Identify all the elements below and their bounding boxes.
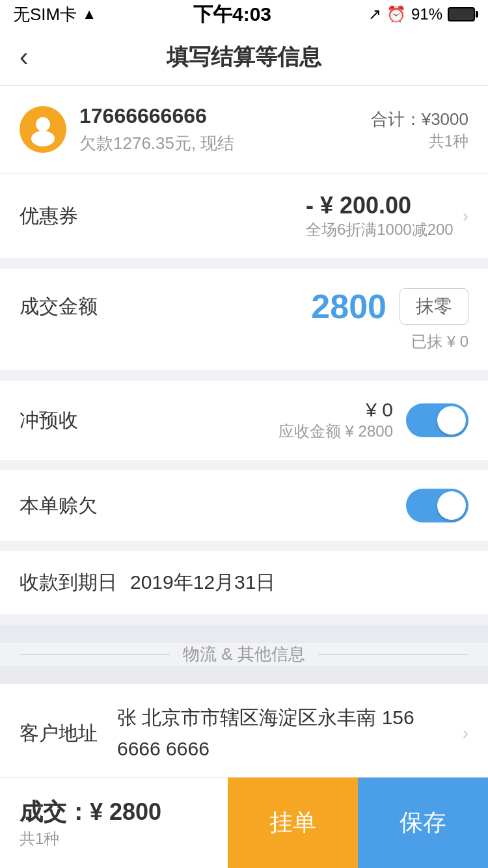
bottom-bar: 成交：¥ 2800 共1种 挂单 保存: [0, 777, 488, 868]
debt-label: 本单赊欠: [20, 493, 98, 519]
total-label: 合计：¥3000: [371, 108, 468, 131]
coupon-right: - ¥ 200.00 全场6折满1000减200 ›: [306, 192, 468, 240]
amount-value: 2800: [311, 287, 386, 326]
status-right: ↗ ⏰ 91%: [368, 5, 475, 23]
divider-line-right: [318, 654, 468, 655]
coupon-discount: - ¥ 200.00: [306, 192, 456, 219]
customer-info: 17666666666 欠款1276.35元, 现结: [79, 104, 234, 155]
duedate-value: 2019年12月31日: [130, 569, 275, 596]
amount-sub: 已抹 ¥ 0: [20, 331, 468, 352]
prereceive-right: ¥ 0 应收金额 ¥ 2800: [278, 399, 468, 442]
prereceive-section: 冲预收 ¥ 0 应收金额 ¥ 2800: [0, 381, 488, 460]
customer-total: 合计：¥3000 共1种: [371, 108, 468, 152]
status-bar: 无SIM卡 ▲ 下午4:03 ↗ ⏰ 91%: [0, 0, 488, 29]
logistics-divider: 物流 & 其他信息: [0, 643, 488, 666]
address-section[interactable]: 客户地址 张 北京市市辖区海淀区永丰南 156 6666 6666 ›: [0, 684, 488, 783]
customer-left: 17666666666 欠款1276.35元, 现结: [20, 104, 234, 155]
address-value: 张 北京市市辖区海淀区永丰南 156 6666 6666: [117, 702, 463, 765]
location-icon: ↗: [368, 5, 381, 23]
customer-row: 17666666666 欠款1276.35元, 现结 合计：¥3000 共1种: [0, 86, 488, 173]
bottom-count: 共1种: [20, 828, 208, 849]
page-title: 填写结算等信息: [167, 42, 321, 72]
duedate-label: 收款到期日: [20, 569, 117, 596]
avatar: [20, 106, 66, 153]
bottom-summary: 成交：¥ 2800 共1种: [0, 796, 228, 849]
round-button[interactable]: 抹零: [400, 288, 468, 325]
total-count: 共1种: [371, 131, 468, 152]
debt-row: 本单赊欠: [20, 489, 468, 522]
person-icon: [26, 113, 60, 146]
content: 17666666666 欠款1276.35元, 现结 合计：¥3000 共1种 …: [0, 86, 488, 868]
bottom-transaction: 成交：¥ 2800: [20, 796, 208, 828]
svg-point-0: [36, 117, 50, 131]
divider-line-left: [20, 654, 170, 655]
prereceive-toggle[interactable]: [406, 403, 468, 437]
amount-row: 成交金额 2800 抹零: [20, 287, 468, 326]
alarm-icon: ⏰: [386, 5, 406, 23]
coupon-desc: 全场6折满1000减200: [306, 219, 454, 240]
status-time: 下午4:03: [193, 1, 271, 28]
customer-phone: 17666666666: [79, 104, 234, 128]
save-button[interactable]: 保存: [358, 778, 488, 869]
battery-percent: 91%: [411, 5, 442, 23]
battery-icon: [448, 7, 475, 21]
duedate-row: 收款到期日 2019年12月31日: [20, 569, 468, 596]
svg-point-1: [31, 131, 55, 146]
logistics-label: 物流 & 其他信息: [170, 643, 318, 666]
amount-right: 2800 抹零: [311, 287, 468, 326]
debt-toggle[interactable]: [406, 489, 468, 522]
address-label: 客户地址: [20, 720, 98, 747]
customer-subtext: 欠款1276.35元, 现结: [79, 132, 234, 155]
status-carrier: 无SIM卡 ▲: [13, 3, 96, 26]
duedate-section: 收款到期日 2019年12月31日: [0, 551, 488, 614]
amount-label: 成交金额: [20, 293, 98, 320]
coupon-row[interactable]: 优惠券 - ¥ 200.00 全场6折满1000减200 ›: [0, 173, 488, 258]
prereceive-row: 冲预收 ¥ 0 应收金额 ¥ 2800: [20, 399, 468, 442]
nav-bar: ‹ 填写结算等信息: [0, 29, 488, 86]
coupon-chevron-icon: ›: [463, 206, 468, 226]
transaction-section: 成交金额 2800 抹零 已抹 ¥ 0: [0, 269, 488, 370]
address-chevron-icon: ›: [463, 723, 468, 744]
prereceive-value: ¥ 0: [278, 399, 393, 421]
prereceive-sub: 应收金额 ¥ 2800: [278, 421, 393, 442]
coupon-label: 优惠券: [20, 203, 78, 230]
wifi-icon: ▲: [82, 6, 96, 23]
debt-section: 本单赊欠: [0, 470, 488, 541]
pending-button[interactable]: 挂单: [228, 778, 358, 869]
prereceive-amount: ¥ 0 应收金额 ¥ 2800: [278, 399, 393, 442]
back-button[interactable]: ‹: [20, 42, 28, 72]
prereceive-label: 冲预收: [20, 407, 78, 434]
customer-section: 17666666666 欠款1276.35元, 现结 合计：¥3000 共1种 …: [0, 86, 488, 258]
logistics-section: 物流 & 其他信息: [0, 625, 488, 684]
